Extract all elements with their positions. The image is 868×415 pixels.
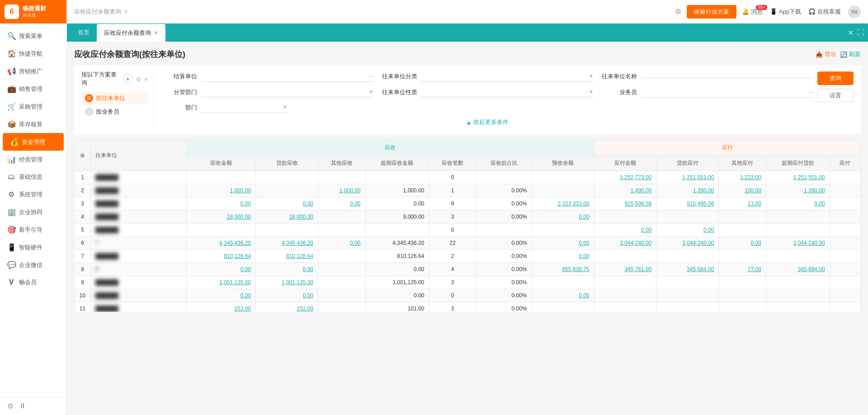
partner-cell: ██████ xyxy=(91,302,187,312)
wechat-icon: 💬 xyxy=(7,261,15,269)
pause-bottom-icon[interactable]: ⏸ xyxy=(19,402,26,410)
member-icon: V xyxy=(7,278,15,286)
avatar-text: Rit xyxy=(851,9,857,14)
partner-cell: ██████ xyxy=(91,250,187,263)
scheme-by-salesman[interactable]: 按 按业务员 xyxy=(81,106,148,118)
enterprise-icon: 🏢 xyxy=(7,208,15,216)
col-ap-amount: 应付金额 xyxy=(594,156,656,171)
table-row: 2██████1,000.001,000.001,000.0010.00%1,4… xyxy=(75,184,861,197)
logo-sub: 标准版 xyxy=(23,12,46,19)
solution-button[interactable]: 体验行业方案 xyxy=(687,5,736,19)
tab-minimize-icon[interactable]: ✕ xyxy=(848,29,854,37)
operation-icon: 📊 xyxy=(7,155,15,164)
topbar-breadcrumb: 应收应付余额查询 ▼ xyxy=(74,8,670,16)
topbar-gear-icon[interactable]: ⚙ xyxy=(675,7,681,16)
sidebar-item-quick-nav[interactable]: 🏠 快捷导航 xyxy=(0,45,66,62)
finance-icon: 💰 xyxy=(10,138,18,146)
marketing-icon: 📢 xyxy=(7,67,15,76)
table-settings-icon[interactable]: ⚙ xyxy=(75,140,91,171)
app-download-label: App下载 xyxy=(779,8,801,16)
filter-header-label: 按以下方案查询 xyxy=(81,71,119,87)
scheme-salesman-icon: 按 xyxy=(85,108,93,116)
department-input[interactable]: ▼ xyxy=(201,102,288,113)
sidebar-item-guide[interactable]: 🎯 新手引导 xyxy=(0,221,66,239)
tab-ar-ap-label: 应收应付余额查询 xyxy=(104,29,151,37)
sidebar-item-label: 搜索菜单 xyxy=(19,32,42,40)
notification-button[interactable]: 🔔 消息 99+ xyxy=(742,8,763,16)
filter-area: 按以下方案查询 + ⊙ « 按 按往来单位 按 按业务员 xyxy=(74,65,861,134)
sidebar-item-operation[interactable]: 📊 经营管理 xyxy=(0,151,66,168)
sidebar-item-search-menu[interactable]: 🔍 搜索菜单 xyxy=(0,27,66,45)
col-ar-advance: 预收余额 xyxy=(532,156,594,171)
sidebar-item-marketing[interactable]: 📢 营销推广 xyxy=(0,62,66,80)
refresh-button[interactable]: 🔄 刷新 xyxy=(840,50,861,58)
filter-settings-icon[interactable]: ⊙ xyxy=(136,76,141,82)
scheme-by-partner[interactable]: 按 按往来单位 xyxy=(81,92,148,104)
breadcrumb-text: 应收应付余额查询 xyxy=(74,8,121,16)
filter-actions: 查询 设置 xyxy=(817,71,854,129)
partner-nature-label: 往来单位性质 xyxy=(381,88,417,96)
table-row: 8P0.000.000.0040.00%655,636.75345,761.00… xyxy=(75,263,861,276)
setting-button[interactable]: 设置 xyxy=(817,89,854,102)
sidebar-item-label: 库存核算 xyxy=(19,120,42,129)
sidebar-item-base-info[interactable]: 🗂 基础信息 xyxy=(0,168,66,186)
online-service-button[interactable]: 🎧 在线客服 xyxy=(808,8,841,16)
app-download-button[interactable]: 📱 App下载 xyxy=(770,8,801,16)
sidebar-item-hardware[interactable]: 📱 智能硬件 xyxy=(0,239,66,256)
hardware-icon: 📱 xyxy=(7,243,15,252)
partner-name-input[interactable] xyxy=(641,74,814,78)
sidebar-item-wechat[interactable]: 💬 企业微信 xyxy=(0,256,66,274)
export-button[interactable]: 📤 导出 xyxy=(816,50,836,58)
partner-cell: ██████ xyxy=(91,276,187,289)
refresh-label: 刷新 xyxy=(849,50,861,58)
sales-icon: 💼 xyxy=(7,85,15,93)
tab-close-icon[interactable]: ✕ xyxy=(154,30,158,36)
sidebar-item-purchase[interactable]: 🛒 采购管理 xyxy=(0,98,66,115)
collapse-button[interactable]: ▲ 收起更多条件 xyxy=(161,115,814,129)
scheme-partner-icon: 按 xyxy=(85,94,93,102)
col-ap-rest: 应付 xyxy=(830,156,860,171)
filter-collapse-icon[interactable]: « xyxy=(145,76,148,82)
settings-bottom-icon[interactable]: ⚙ xyxy=(7,402,14,410)
sidebar-item-finance[interactable]: 💰 资金管理 xyxy=(3,133,64,151)
sidebar-item-sales[interactable]: 💼 销售管理 xyxy=(0,80,66,98)
table-wrapper[interactable]: ⚙ 往来单位 应收 应付 应收金额 贷款应收 其他应收 超期应收金额 应收笔数 … xyxy=(74,140,861,312)
sidebar-item-label: 新手引导 xyxy=(19,226,42,234)
table-row: 7██████810,126.64810,126.64810,126.6420.… xyxy=(75,250,861,263)
col-ap-overdue: 超期应付贷款 xyxy=(766,156,830,171)
sidebar-item-inventory[interactable]: 📦 库存核算 xyxy=(0,115,66,133)
dept-manager-label: 分管部门 xyxy=(161,88,197,96)
salesman-input[interactable]: ··· xyxy=(641,86,814,98)
service-icon: 🎧 xyxy=(808,8,816,15)
filter-add-button[interactable]: + xyxy=(123,74,132,84)
tab-ar-ap[interactable]: 应收应付余额查询 ✕ xyxy=(97,24,165,42)
sidebar-item-system[interactable]: ⚙ 系统管理 xyxy=(0,186,66,203)
filter-item-category: 往来单位分类 ▼ xyxy=(381,71,594,81)
col-ar-ratio: 应收款占比 xyxy=(476,156,532,171)
collapse-label: 收起更多条件 xyxy=(473,118,509,126)
filter-item-partner-name: 往来单位名称 xyxy=(601,72,814,81)
query-button[interactable]: 查询 xyxy=(817,72,854,85)
settlement-unit-input[interactable]: ··· xyxy=(201,71,374,82)
logo-text: 畅捷通财 xyxy=(23,5,46,12)
page-header: 应收应付余额查询(按往来单位) 📤 导出 🔄 刷新 xyxy=(74,49,861,60)
home-icon: 🏠 xyxy=(7,49,15,58)
filter-header: 按以下方案查询 + ⊙ « xyxy=(81,71,148,87)
tab-home[interactable]: 首页 xyxy=(71,24,97,42)
app-logo: 6 畅捷通财 标准版 xyxy=(0,0,66,24)
sidebar-item-label: 企业微信 xyxy=(19,261,42,269)
partner-nature-chevron-icon: ▼ xyxy=(588,89,594,95)
dept-manager-input[interactable]: ▼ xyxy=(201,87,374,97)
tab-expand-icon[interactable]: ⛶ xyxy=(857,29,864,37)
partner-nature-input[interactable]: ▼ xyxy=(421,87,594,97)
user-avatar[interactable]: Rit xyxy=(848,5,861,18)
partner-col-header: 往来单位 xyxy=(91,140,187,171)
partner-category-input[interactable]: ▼ xyxy=(421,71,594,81)
sidebar-item-enterprise[interactable]: 🏢 企业协同 xyxy=(0,203,66,221)
table-row: 9██████1,001,135.001,001,135.001,001,135… xyxy=(75,276,861,289)
sidebar-item-member[interactable]: V 畅会员 xyxy=(0,274,66,291)
export-label: 导出 xyxy=(825,50,836,58)
settlement-unit-dots-icon[interactable]: ··· xyxy=(368,72,374,80)
salesman-dots-icon[interactable]: ··· xyxy=(808,88,814,95)
sidebar: 6 畅捷通财 标准版 🔍 搜索菜单 🏠 快捷导航 📢 营销推广 💼 销售管理 🛒… xyxy=(0,0,67,415)
